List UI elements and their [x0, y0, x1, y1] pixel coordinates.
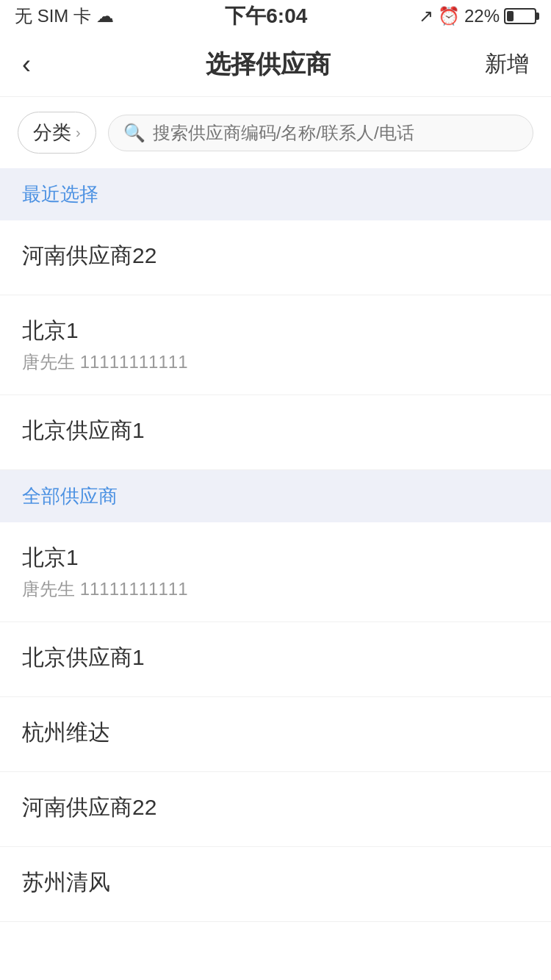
list-item[interactable]: 北京供应商1: [0, 395, 551, 470]
item-name: 苏州清风: [22, 868, 529, 898]
item-name: 北京供应商1: [22, 416, 529, 446]
list-item[interactable]: 北京供应商1: [0, 622, 551, 697]
all-section-label: 全部供应商: [22, 485, 118, 507]
battery-icon: [504, 8, 536, 24]
alarm-icon: ⏰: [438, 6, 460, 26]
list-item[interactable]: 苏州清风: [0, 847, 551, 922]
item-name: 北京供应商1: [22, 643, 529, 673]
list-item[interactable]: 北京1唐先生 11111111111: [0, 295, 551, 395]
search-input[interactable]: [153, 123, 518, 143]
item-name: 河南供应商22: [22, 793, 529, 823]
recent-items-list: 河南供应商22北京1唐先生 11111111111北京供应商1: [0, 220, 551, 470]
status-bar: 无 SIM 卡 ☁ 下午6:04 ↗ ⏰ 22%: [0, 0, 551, 32]
recent-section-header: 最近选择: [0, 168, 551, 220]
status-right: ↗ ⏰ 22%: [419, 6, 536, 26]
item-sub: 唐先生 11111111111: [22, 577, 529, 601]
add-button[interactable]: 新增: [470, 49, 529, 79]
list-item[interactable]: 北京1唐先生 11111111111: [0, 522, 551, 622]
list-item[interactable]: 杭州维达: [0, 697, 551, 772]
item-name: 北京1: [22, 316, 529, 346]
list-item[interactable]: 河南供应商22: [0, 772, 551, 847]
list-item[interactable]: 河南供应商22: [0, 220, 551, 295]
location-icon: ↗: [419, 6, 433, 26]
search-area: 分类 › 🔍: [0, 97, 551, 168]
chevron-right-icon: ›: [76, 124, 81, 141]
sim-label: 无 SIM 卡 ☁: [15, 4, 114, 28]
back-button[interactable]: ‹: [22, 49, 66, 80]
item-name: 杭州维达: [22, 718, 529, 748]
item-name: 北京1: [22, 543, 529, 573]
search-input-wrap[interactable]: 🔍: [108, 115, 533, 151]
battery-percent: 22%: [464, 6, 500, 26]
status-time: 下午6:04: [225, 2, 307, 30]
recent-section-label: 最近选择: [22, 183, 98, 205]
all-items-list: 北京1唐先生 11111111111北京供应商1杭州维达河南供应商22苏州清风: [0, 522, 551, 922]
nav-bar: ‹ 选择供应商 新增: [0, 32, 551, 97]
category-label: 分类: [33, 120, 71, 145]
battery-fill: [507, 11, 514, 21]
item-sub: 唐先生 11111111111: [22, 350, 529, 374]
status-left: 无 SIM 卡 ☁: [15, 4, 114, 28]
page-title: 选择供应商: [66, 48, 470, 82]
all-section-header: 全部供应商: [0, 470, 551, 522]
item-name: 河南供应商22: [22, 241, 529, 271]
search-icon: 🔍: [123, 123, 145, 143]
category-filter-button[interactable]: 分类 ›: [18, 112, 96, 154]
